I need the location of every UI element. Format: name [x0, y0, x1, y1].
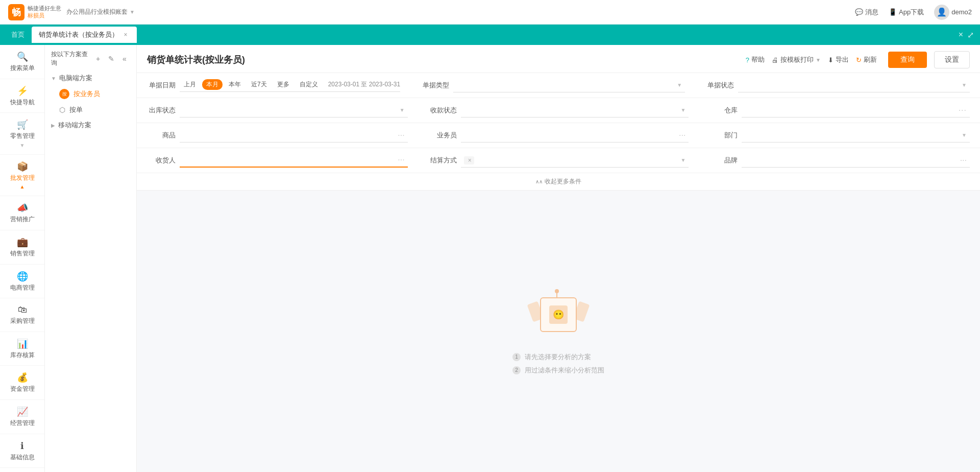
payment-method-filter: 结算方式 × ▼	[418, 153, 699, 168]
payment-method-tag-close[interactable]: ×	[468, 157, 472, 164]
tree-item-pc[interactable]: ▼ 电脑端方案	[45, 70, 136, 86]
mobile-expand-icon: ▶	[51, 123, 55, 128]
tab-expand-icon[interactable]: ⤢	[967, 30, 974, 40]
consignee-input[interactable]: ···	[180, 153, 408, 168]
collapse-button[interactable]: ∧∧ 收起更多条件	[535, 177, 581, 186]
inventory-icon: 📊	[17, 338, 28, 349]
sidebar-item-inventory[interactable]: 📊 库存核算	[0, 332, 44, 366]
sidebar-item-marketing[interactable]: 📣 营销推广	[0, 196, 44, 230]
print-button[interactable]: 🖨 按模板打印 ▼	[772, 55, 821, 64]
scheme-order-label: 按单	[69, 105, 83, 114]
tab-home[interactable]: 首页	[4, 27, 32, 43]
sidebar-item-wholesale[interactable]: 📦 批发管理 ▲	[0, 155, 44, 197]
scheme-query-label: 按以下方案查询	[51, 50, 92, 67]
goods-input[interactable]: ···	[180, 128, 408, 143]
app-download-label: App下载	[899, 8, 924, 17]
date-tab-7days[interactable]: 近7天	[247, 79, 271, 90]
tab-close-icon[interactable]: ×	[121, 31, 130, 39]
pc-scheme-label: 电脑端方案	[59, 74, 92, 83]
help-label: 帮助	[751, 55, 765, 64]
tab-close-all-icon[interactable]: ×	[959, 30, 963, 39]
date-tab-this-month[interactable]: 本月	[202, 79, 223, 90]
goods-filter: 商品 ···	[147, 128, 418, 143]
payment-status-label: 收款状态	[428, 106, 457, 115]
date-filter: 单据日期 上月 本月 本年 近7天 更多 自定义 2023-03-01 至 20…	[147, 79, 410, 92]
goods-label: 商品	[147, 131, 176, 140]
user-menu[interactable]: 👤 demo2	[934, 5, 972, 20]
doc-status-select[interactable]: ▼	[738, 78, 970, 92]
sidebar-item-sales[interactable]: 💼 销售管理	[0, 230, 44, 265]
sidebar-item-finance[interactable]: 💰 资金管理	[0, 366, 44, 400]
sidebar-item-ecommerce[interactable]: 🌐 电商管理	[0, 265, 44, 299]
sidebar-item-purchase[interactable]: 🛍 采购管理	[0, 298, 44, 332]
breadcrumb-arrow-icon: ▼	[130, 9, 135, 15]
date-tab-last-month[interactable]: 上月	[180, 79, 200, 90]
tab-home-label: 首页	[11, 30, 24, 39]
ecommerce-icon: 🌐	[17, 271, 28, 282]
app-download-button[interactable]: 📱 App下载	[889, 8, 924, 17]
sidebar-item-search-menu[interactable]: 🔍 搜索菜单	[0, 45, 44, 79]
edit-scheme-button[interactable]: ✎	[106, 53, 117, 64]
sidebar-item-system[interactable]: ⚙ 系统管理	[0, 468, 44, 472]
hint-number-1: 1	[512, 353, 521, 361]
filter-row-4-inner: 收货人 ··· 结算方式	[147, 153, 970, 168]
sidebar-item-quick-nav[interactable]: ⚡ 快捷导航	[0, 79, 44, 113]
filter-row-4: 收货人 ··· 结算方式	[137, 148, 980, 173]
sidebar-item-operations[interactable]: 📈 经营管理	[0, 400, 44, 434]
date-control[interactable]: 上月 本月 本年 近7天 更多 自定义 2023-03-01 至 2023-03…	[180, 79, 400, 92]
scheme-salesperson-label: 按业务员	[74, 89, 100, 99]
consignee-dots: ···	[398, 155, 404, 164]
quick-nav-icon: ⚡	[17, 85, 28, 97]
message-button[interactable]: 💬 消息	[855, 8, 878, 17]
tab-sales-stat[interactable]: 销货单统计表（按业务员） ×	[32, 27, 137, 43]
main-panel: 销货单统计表(按业务员) ? 帮助 🖨 按模板打印 ▼ ⬇	[137, 45, 980, 472]
by-order-icon: ⬡	[59, 106, 65, 114]
query-button[interactable]: 查询	[888, 52, 927, 68]
scheme-by-order[interactable]: ⬡ 按单	[59, 102, 136, 117]
scheme-by-salesperson[interactable]: 按 按业务员	[59, 86, 136, 102]
hint-text-2: 用过滤条件来缩小分析范围	[525, 366, 604, 375]
refresh-button[interactable]: ↻ 刷新	[856, 55, 877, 64]
doc-type-select[interactable]: ▼	[453, 78, 685, 92]
payment-method-select[interactable]: × ▼	[461, 153, 689, 168]
doc-type-arrow-icon: ▼	[677, 82, 682, 88]
sidebar-item-label: 搜索菜单	[10, 64, 35, 73]
pc-expand-icon: ▼	[51, 76, 56, 81]
dept-filter: 部门 ▼	[699, 128, 970, 143]
sidebar-item-basic[interactable]: ℹ 基础信息	[0, 434, 44, 468]
breadcrumb[interactable]: 办公用品行业模拟账套 ▼	[66, 8, 135, 16]
box-face-icon: 😶	[553, 309, 564, 320]
empty-box-inner: 😶	[549, 305, 568, 324]
dept-select[interactable]: ▼	[742, 128, 970, 143]
left-panel-header-actions: + ✎ «	[92, 53, 130, 64]
username-label: demo2	[951, 8, 972, 16]
settings-button[interactable]: 设置	[934, 51, 970, 68]
add-scheme-button[interactable]: +	[92, 53, 104, 64]
export-button[interactable]: ⬇ 导出	[828, 55, 849, 64]
brand-filter: 品牌 ···	[699, 153, 970, 168]
warehouse-input[interactable]: ···	[742, 103, 970, 117]
hint-text-1: 请先选择要分析的方案	[525, 352, 591, 362]
date-tab-this-year[interactable]: 本年	[225, 79, 245, 90]
top-bar: 畅 畅捷通好生意 标损员 办公用品行业模拟账套 ▼ 💬 消息 📱 App下载	[0, 0, 980, 25]
empty-state: 😶 1 请先选择要分析的方案 2	[137, 191, 980, 472]
brand-input[interactable]: ···	[742, 153, 970, 168]
brand-label: 品牌	[709, 156, 738, 165]
date-tab-custom[interactable]: 自定义	[296, 79, 322, 90]
dept-arrow-icon: ▼	[962, 132, 967, 138]
tree-item-mobile[interactable]: ▶ 移动端方案	[45, 117, 136, 133]
help-button[interactable]: ? 帮助	[746, 55, 765, 64]
page-actions: ? 帮助 🖨 按模板打印 ▼ ⬇ 导出 ↻	[746, 51, 970, 68]
stock-status-select[interactable]: ▼	[180, 103, 408, 117]
salesperson-label: 业务员	[428, 131, 457, 140]
sidebar-item-retail[interactable]: 🛒 零售管理 ▼	[0, 113, 44, 155]
empty-hint-1: 1 请先选择要分析的方案	[512, 352, 604, 362]
avatar: 👤	[934, 5, 949, 20]
warehouse-label: 仓库	[709, 106, 738, 115]
collapse-panel-button[interactable]: «	[119, 53, 130, 64]
payment-method-label: 结算方式	[428, 156, 457, 165]
brand-dots: ···	[960, 156, 967, 165]
date-tab-more[interactable]: 更多	[273, 79, 293, 90]
payment-status-select[interactable]: ▼	[461, 103, 689, 117]
salesperson-input[interactable]: ···	[461, 128, 689, 143]
